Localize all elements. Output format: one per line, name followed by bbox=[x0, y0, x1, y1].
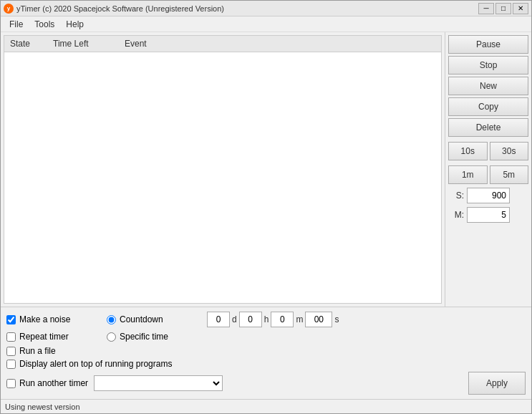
menu-help[interactable]: Help bbox=[60, 18, 90, 31]
quick-time-row2: 1m 5m bbox=[448, 165, 528, 184]
s-input[interactable] bbox=[467, 188, 510, 203]
main-window: y yTimer (c) 2020 Spacejock Software (Un… bbox=[0, 0, 532, 414]
col-header-event: Event bbox=[119, 39, 441, 49]
s-field-row: S: bbox=[448, 188, 528, 203]
countdown-radio[interactable] bbox=[107, 315, 116, 324]
status-bar: Using newest version bbox=[1, 399, 531, 413]
right-panel: Pause Stop New Copy Delete 10s 30s 1m 5m… bbox=[445, 32, 531, 307]
specific-time-radio[interactable] bbox=[107, 332, 116, 342]
s-sep: s bbox=[334, 314, 339, 324]
run-file-text: Run a file bbox=[19, 346, 56, 356]
status-text: Using newest version bbox=[5, 403, 80, 411]
repeat-timer-text: Repeat timer bbox=[19, 332, 69, 342]
d-sep: d bbox=[232, 314, 237, 324]
apply-button[interactable]: Apply bbox=[468, 372, 526, 395]
m-label: M: bbox=[448, 210, 464, 220]
display-alert-label[interactable]: Display alert on top of running programs bbox=[6, 359, 526, 369]
m-field-row: M: bbox=[448, 207, 528, 223]
run-another-timer-text: Run another timer bbox=[19, 378, 88, 388]
radio-specific: Specific time bbox=[107, 332, 193, 342]
delete-button[interactable]: Delete bbox=[448, 118, 528, 137]
radio-countdown: Countdown bbox=[107, 314, 193, 324]
col-header-timeleft: Time Left bbox=[47, 39, 119, 49]
title-bar: y yTimer (c) 2020 Spacejock Software (Un… bbox=[1, 1, 531, 16]
table-header: State Time Left Event bbox=[4, 36, 441, 52]
window-title: yTimer (c) 2020 Spacejock Software (Unre… bbox=[16, 4, 224, 13]
time-inputs-row: d h m s bbox=[207, 312, 339, 327]
make-noise-text: Make a noise bbox=[19, 314, 70, 324]
menu-bar: File Tools Help bbox=[1, 16, 531, 32]
left-checkboxes-2: Repeat timer bbox=[6, 332, 107, 342]
main-content: State Time Left Event Pause Stop New Cop… bbox=[1, 32, 531, 307]
display-alert-checkbox[interactable] bbox=[6, 360, 16, 369]
m-input[interactable] bbox=[467, 207, 510, 223]
display-alert-text: Display alert on top of running programs bbox=[19, 359, 172, 369]
run-another-timer-label[interactable]: Run another timer bbox=[6, 378, 88, 388]
days-input[interactable] bbox=[207, 312, 230, 327]
repeat-timer-checkbox[interactable] bbox=[6, 332, 16, 342]
run-file-label[interactable]: Run a file bbox=[6, 346, 526, 356]
quick-time-row1: 10s 30s bbox=[448, 142, 528, 160]
h-sep: h bbox=[264, 314, 269, 324]
make-noise-label[interactable]: Make a noise bbox=[6, 314, 107, 324]
run-another-timer-checkbox[interactable] bbox=[6, 379, 16, 388]
title-controls: ─ □ ✕ bbox=[478, 3, 528, 14]
apply-row: Run another timer Apply bbox=[6, 372, 526, 395]
bottom-panel: Make a noise Countdown d h m s bbox=[1, 307, 531, 399]
menu-tools[interactable]: Tools bbox=[29, 18, 60, 31]
m-sep: m bbox=[296, 314, 303, 324]
seconds-input[interactable] bbox=[305, 312, 332, 327]
specific-time-radio-label[interactable]: Specific time bbox=[107, 332, 193, 342]
stop-button[interactable]: Stop bbox=[448, 56, 528, 74]
countdown-text: Countdown bbox=[120, 314, 163, 324]
hours-input[interactable] bbox=[239, 312, 262, 327]
specific-time-text: Specific time bbox=[120, 332, 168, 342]
repeat-timer-label[interactable]: Repeat timer bbox=[6, 332, 107, 342]
minutes-input[interactable] bbox=[271, 312, 294, 327]
left-checkboxes: Make a noise bbox=[6, 314, 107, 324]
menu-file[interactable]: File bbox=[4, 18, 29, 31]
copy-button[interactable]: Copy bbox=[448, 97, 528, 116]
close-button[interactable]: ✕ bbox=[513, 3, 528, 14]
maximize-button[interactable]: □ bbox=[495, 3, 511, 14]
left-panel: State Time Left Event bbox=[1, 32, 445, 307]
run-file-checkbox[interactable] bbox=[6, 347, 16, 356]
btn-30s[interactable]: 30s bbox=[490, 142, 529, 160]
title-bar-left: y yTimer (c) 2020 Spacejock Software (Un… bbox=[4, 4, 224, 14]
btn-10s[interactable]: 10s bbox=[448, 142, 488, 160]
col-header-state: State bbox=[4, 39, 47, 49]
btn-1m[interactable]: 1m bbox=[448, 165, 488, 184]
app-icon: y bbox=[4, 4, 14, 14]
timer-table: State Time Left Event bbox=[4, 35, 442, 304]
countdown-radio-label[interactable]: Countdown bbox=[107, 314, 193, 324]
run-timer-select[interactable] bbox=[94, 375, 223, 391]
pause-button[interactable]: Pause bbox=[448, 35, 528, 54]
minimize-button[interactable]: ─ bbox=[478, 3, 494, 14]
s-label: S: bbox=[448, 191, 464, 201]
btn-5m[interactable]: 5m bbox=[490, 165, 529, 184]
new-button[interactable]: New bbox=[448, 77, 528, 95]
make-noise-checkbox[interactable] bbox=[6, 315, 16, 324]
